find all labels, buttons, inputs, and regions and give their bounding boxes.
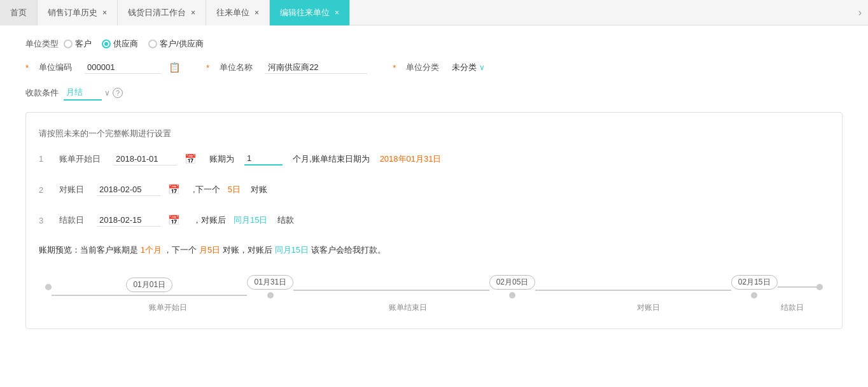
tl-line-2 bbox=[293, 290, 489, 291]
tl-sub-3: 对账日 bbox=[528, 302, 769, 313]
preview-sep2: 对账，对账后 bbox=[223, 245, 272, 255]
tab-partner-label: 往来单位 bbox=[216, 7, 249, 18]
unit-name-input[interactable] bbox=[265, 61, 367, 74]
payment-value: 月结 bbox=[64, 85, 102, 101]
unit-code-input[interactable] bbox=[85, 61, 161, 74]
radio-customer-supplier[interactable]: 客户/供应商 bbox=[148, 38, 204, 50]
period-input[interactable] bbox=[244, 152, 283, 165]
period-suffix: 个月,账单结束日期为 bbox=[293, 153, 370, 165]
radio-supplier[interactable]: 供应商 bbox=[102, 38, 138, 50]
tl-dot-3 bbox=[509, 292, 515, 299]
preview-suffix: 该客户会给我打款。 bbox=[311, 245, 386, 255]
reconcile-prefix: ,下一个 bbox=[193, 184, 220, 195]
preview-part1: 1个月 bbox=[141, 245, 162, 255]
tab-cash-work[interactable]: 钱货日清工作台 × bbox=[118, 0, 206, 25]
tl-end-line bbox=[778, 286, 817, 288]
unit-type-label: 单位类型 bbox=[25, 38, 59, 50]
period-prefix: 账期为 bbox=[209, 153, 234, 165]
unit-category-value: 未分类 bbox=[452, 62, 477, 73]
row-num-1: 1 bbox=[39, 154, 52, 164]
tab-home-label: 首页 bbox=[10, 7, 27, 18]
panel-hint: 请按照未来的一个完整帐期进行设置 bbox=[39, 128, 829, 139]
setting-row-3: 3 结款日 📅 ，对账后 同月15日 结款 bbox=[39, 214, 829, 227]
reconcile-label: 对账日 bbox=[59, 184, 84, 195]
preview-part2: 月5日 bbox=[199, 245, 220, 255]
tl-sub-1: 账单开始日 bbox=[48, 302, 288, 313]
radio-circle-customer bbox=[64, 39, 73, 48]
radio-supplier-label: 供应商 bbox=[113, 38, 138, 50]
start-date-input[interactable] bbox=[113, 153, 177, 165]
unit-type-row: 单位类型 客户 供应商 客户/供应商 bbox=[25, 38, 843, 50]
timeline-row: 01月01日 01月31日 02月05日 bbox=[45, 275, 823, 299]
radio-circle-supplier bbox=[102, 39, 111, 48]
payment-prefix: ，对账后 bbox=[193, 215, 226, 226]
timeline: 01月01日 01月31日 02月05日 bbox=[39, 275, 829, 313]
timeline-dot-end bbox=[816, 284, 823, 290]
preview-part3: 同月15日 bbox=[275, 245, 309, 255]
close-icon[interactable]: × bbox=[102, 8, 107, 17]
tab-sales-history[interactable]: 销售订单历史 × bbox=[38, 0, 118, 25]
timeline-node-2: 01月31日 bbox=[247, 275, 293, 299]
tl-label-3: 02月05日 bbox=[489, 275, 536, 290]
unit-name-group: * 单位名称 bbox=[206, 61, 367, 74]
tab-cash-label: 钱货日清工作台 bbox=[128, 7, 186, 18]
row-num-3: 3 bbox=[39, 216, 52, 225]
close-icon[interactable]: × bbox=[255, 8, 259, 17]
chevron-down-payment-icon[interactable]: ∨ bbox=[104, 88, 110, 97]
help-icon[interactable]: ? bbox=[113, 88, 123, 98]
unit-category-label: 单位分类 bbox=[406, 62, 439, 73]
timeline-node-4: 02月15日 bbox=[731, 275, 778, 299]
setting-row-2: 2 对账日 📅 ,下一个 5日 对账 bbox=[39, 183, 829, 196]
start-date-label: 账单开始日 bbox=[59, 153, 101, 165]
payment-row: 收款条件 月结 ∨ ? bbox=[25, 85, 843, 101]
radio-customer-label: 客户 bbox=[75, 38, 92, 50]
timeline-sublabels: 账单开始日 账单结束日 对账日 结款日 bbox=[45, 302, 823, 313]
payment-day: 同月15日 bbox=[234, 215, 267, 226]
copy-icon[interactable]: 📋 bbox=[169, 62, 181, 73]
unit-category-select[interactable]: 未分类 ∨ bbox=[452, 62, 485, 73]
tl-label-1: 01月01日 bbox=[126, 278, 172, 292]
row-num-2: 2 bbox=[39, 185, 52, 195]
timeline-node-3: 02月05日 bbox=[489, 275, 536, 299]
preview-sep1: ，下一个 bbox=[164, 245, 197, 255]
reconcile-date-input[interactable] bbox=[97, 183, 160, 196]
unit-code-label: 单位编码 bbox=[39, 62, 72, 73]
payment-date-label: 结款日 bbox=[59, 215, 84, 226]
preview-text: 账期预览：当前客户账期是 1个月 ，下一个 月5日 对账，对账后 同月15日 该… bbox=[39, 244, 829, 256]
preview-prefix: 账期预览：当前客户账期是 bbox=[39, 245, 138, 255]
payment-date-input[interactable] bbox=[97, 214, 160, 227]
calendar-icon-2[interactable]: 📅 bbox=[168, 184, 180, 195]
calendar-icon-1[interactable]: 📅 bbox=[185, 153, 197, 165]
unit-code-required: * bbox=[25, 63, 29, 73]
tab-home[interactable]: 首页 bbox=[0, 0, 38, 25]
tl-dot-2 bbox=[267, 292, 274, 299]
tab-edit-partner[interactable]: 编辑往来单位 × bbox=[270, 0, 350, 25]
payment-select-wrapper[interactable]: 月结 ∨ bbox=[64, 85, 110, 101]
settings-panel: 请按照未来的一个完整帐期进行设置 1 账单开始日 📅 账期为 个月,账单结束日期… bbox=[25, 112, 843, 329]
close-icon[interactable]: × bbox=[191, 8, 195, 17]
tl-label-2: 01月31日 bbox=[247, 275, 293, 290]
tl-line-3 bbox=[535, 290, 731, 291]
calendar-icon-3[interactable]: 📅 bbox=[168, 215, 180, 226]
tl-sub-2: 账单结束日 bbox=[288, 302, 529, 313]
tab-sales-label: 销售订单历史 bbox=[48, 7, 97, 18]
timeline-seg-1: 01月01日 bbox=[52, 278, 247, 296]
unit-category-required: * bbox=[393, 63, 396, 73]
unit-category-group: * 单位分类 未分类 ∨ bbox=[393, 62, 485, 73]
radio-customer[interactable]: 客户 bbox=[64, 38, 92, 50]
chevron-down-icon[interactable]: ∨ bbox=[479, 63, 485, 72]
tl-sub-4: 结款日 bbox=[769, 302, 817, 313]
timeline-dot-start bbox=[45, 284, 52, 290]
tab-partner[interactable]: 往来单位 × bbox=[206, 0, 270, 25]
radio-dot-supplier bbox=[104, 42, 108, 46]
tab-edit-partner-label: 编辑往来单位 bbox=[280, 7, 330, 18]
unit-name-label: 单位名称 bbox=[220, 62, 253, 73]
close-icon[interactable]: × bbox=[335, 8, 339, 17]
radio-circle-cs bbox=[148, 39, 157, 48]
tl-label-4: 02月15日 bbox=[731, 275, 778, 290]
unit-type-radio-group: 客户 供应商 客户/供应商 bbox=[64, 38, 204, 50]
payment-suffix: 结款 bbox=[277, 215, 294, 226]
setting-row-1: 1 账单开始日 📅 账期为 个月,账单结束日期为 2018年01月31日 bbox=[39, 152, 829, 165]
tabs-more-button[interactable]: › bbox=[852, 7, 868, 18]
tl-line-1 bbox=[52, 295, 247, 296]
